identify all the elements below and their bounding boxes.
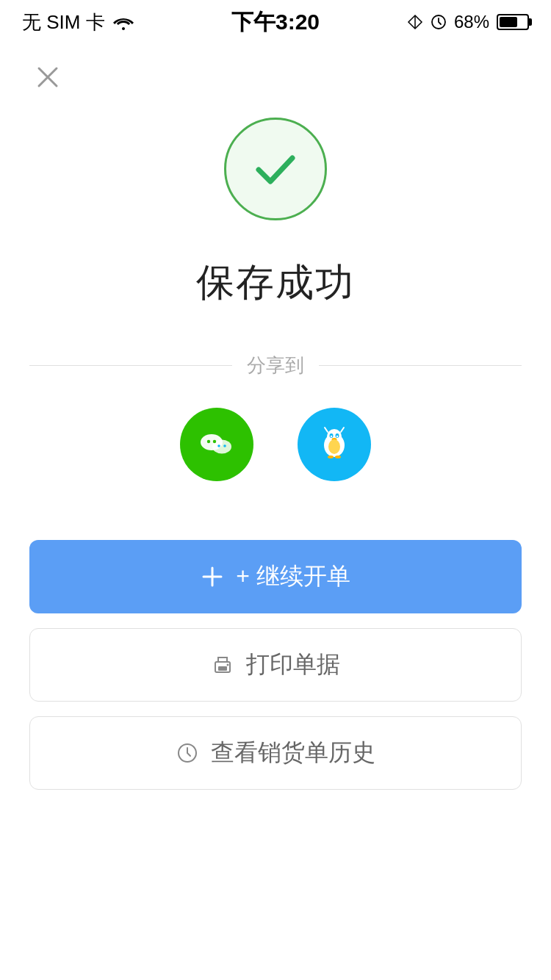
svg-point-7 [217,444,220,447]
divider-line-right [319,365,522,366]
print-icon [211,653,234,677]
status-right: 68% [407,12,529,32]
divider-line-left [29,365,232,366]
print-label: 打印单据 [246,649,340,681]
plus-icon [201,565,224,588]
share-icons-container [180,408,371,481]
continue-button[interactable]: + 继续开单 [29,540,522,613]
success-circle [224,118,327,220]
wechat-icon [195,423,238,466]
continue-label: + 继续开单 [236,561,350,593]
share-label: 分享到 [247,353,304,378]
checkmark-icon [250,143,301,195]
battery-indicator [497,14,529,30]
history-icon [176,741,199,765]
history-label: 查看销货单历史 [211,737,375,769]
qq-share-button[interactable] [298,408,371,481]
clock-icon [431,14,447,30]
svg-point-13 [331,436,332,437]
location-icon [407,14,423,30]
qq-icon [313,423,356,466]
svg-point-5 [207,440,210,443]
content-area: 保存成功 分享到 [0,44,551,980]
svg-line-19 [325,428,328,432]
share-divider: 分享到 [29,353,522,378]
svg-rect-24 [218,666,227,671]
action-buttons: + 继续开单 打印单据 查看销货单历史 [29,540,522,790]
svg-point-18 [335,455,341,458]
svg-point-16 [328,439,340,454]
svg-line-20 [341,428,344,432]
carrier-text: 无 SIM 卡 [22,10,105,35]
status-left: 无 SIM 卡 [22,10,134,35]
status-bar: 无 SIM 卡 下午3:20 68% [0,0,551,44]
close-icon [35,64,61,90]
history-button[interactable]: 查看销货单历史 [29,716,522,790]
svg-point-8 [223,444,226,447]
wifi-icon [112,14,134,30]
print-button[interactable]: 打印单据 [29,628,522,702]
svg-point-17 [328,455,334,458]
svg-point-6 [213,440,216,443]
status-time: 下午3:20 [231,7,320,37]
close-button-container [29,44,522,118]
battery-percent: 68% [454,12,489,32]
close-button[interactable] [29,59,66,96]
success-title: 保存成功 [196,257,355,309]
wechat-share-button[interactable] [180,408,253,481]
svg-point-25 [227,664,229,666]
svg-point-14 [336,436,338,437]
